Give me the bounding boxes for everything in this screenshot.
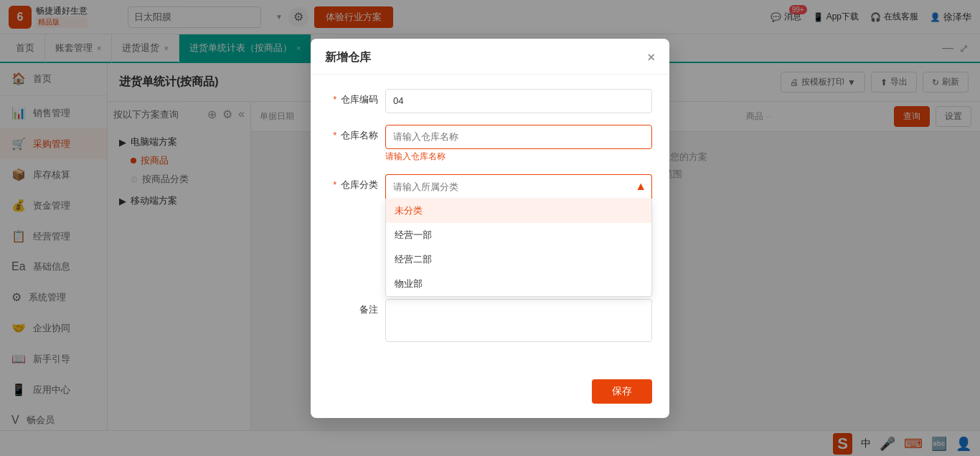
category-label: * 仓库分类: [328, 174, 385, 191]
code-label: * 仓库编码: [328, 89, 385, 106]
required-marker-category: *: [333, 179, 336, 190]
required-marker-code: *: [333, 94, 336, 105]
save-button[interactable]: 保存: [592, 379, 652, 404]
modal-footer: 保存: [311, 371, 669, 418]
name-label: * 仓库名称: [328, 125, 385, 142]
note-input[interactable]: [385, 299, 652, 342]
modal-overlay: 新增仓库 × * 仓库编码 * 仓库名称: [0, 0, 980, 456]
modal-close-icon[interactable]: ×: [647, 51, 655, 64]
modal-title: 新增仓库: [325, 50, 371, 65]
required-marker-name: *: [333, 130, 336, 141]
dropdown-item-uncategorized[interactable]: 未分类: [386, 199, 651, 223]
dropdown-item-dept1[interactable]: 经营一部: [386, 223, 651, 247]
modal-header: 新增仓库 ×: [311, 39, 669, 75]
form-row-category: * 仓库分类 ▲ 未分类 经营一部 经营二部 物业部: [328, 174, 652, 199]
form-row-note: 备注: [328, 299, 652, 345]
category-input[interactable]: [385, 174, 652, 199]
code-field: [385, 89, 652, 113]
category-dropdown-list: 未分类 经营一部 经营二部 物业部: [385, 199, 652, 297]
category-field: ▲ 未分类 经营一部 经营二部 物业部: [385, 174, 652, 199]
modal-new-warehouse: 新增仓库 × * 仓库编码 * 仓库名称: [311, 39, 669, 418]
dropdown-item-property[interactable]: 物业部: [386, 272, 651, 296]
name-field: 请输入仓库名称: [385, 125, 652, 163]
code-input[interactable]: [385, 89, 652, 113]
dropdown-item-dept2[interactable]: 经营二部: [386, 247, 651, 272]
form-row-code: * 仓库编码: [328, 89, 652, 113]
form-row-name: * 仓库名称 请输入仓库名称: [328, 125, 652, 163]
modal-body: * 仓库编码 * 仓库名称 请输入仓库名称: [311, 75, 669, 371]
name-input[interactable]: [385, 125, 652, 149]
name-error-msg: 请输入仓库名称: [385, 151, 652, 163]
note-label: 备注: [328, 299, 385, 316]
note-field: [385, 299, 652, 345]
